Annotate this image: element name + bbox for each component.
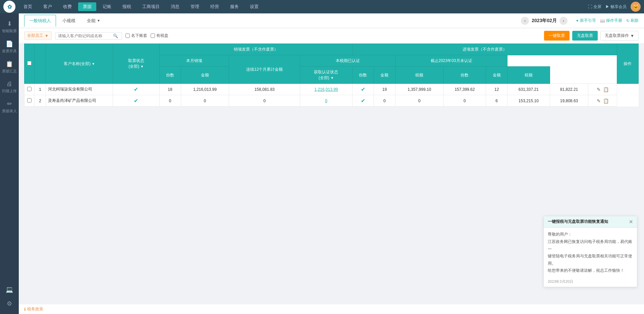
refresh-btn[interactable]: ↻ 刷新 [626, 18, 639, 23]
row1-cert-amount: 1,357,999.10 [395, 84, 443, 95]
row1-checkbox[interactable] [27, 87, 32, 91]
row2-company: 灵寿县尚泽矿产品有限公司 [46, 95, 113, 107]
sidebar-label-ticket-entry: 票据录入 [2, 109, 17, 114]
tab-all-label: 全能 [87, 18, 96, 24]
checkbox-has-tax-disk-label: 有税盘 [156, 33, 168, 39]
row2-cumulative-link[interactable]: 0 [325, 99, 327, 103]
row1-cert-status-icon: ✔ [361, 86, 365, 92]
settings-icon: ⚙ [7, 300, 12, 307]
row2-index: 2 [35, 95, 46, 107]
sidebar-label-invoice-open: 发票开具 [2, 49, 17, 54]
prev-period-btn[interactable]: ‹ [521, 17, 529, 25]
row2-edit-icon[interactable]: ✎ [597, 98, 601, 104]
one-key-fetch-btn[interactable]: 一键取票 [544, 31, 570, 41]
nav-right-actions: ⛶ 全屏 ▶ 畅享会员 🐱 [588, 2, 641, 12]
popup-line-0: 尊敬的用户： [548, 231, 633, 238]
member-btn[interactable]: ▶ 畅享会员 [605, 4, 627, 10]
row1-status-icon: ✔ [134, 86, 138, 92]
col-certified-header: 本税期已认证 [300, 55, 395, 67]
company-filter-icon[interactable]: ▼ [92, 62, 95, 66]
nav-menu: 首页 客户 收费 票据 记账 报税 工商项目 消息 管理 经营 服务 设置 [19, 2, 588, 11]
left-sidebar: ⬇ 智能取票 📄 发票开具 📋 票据汇总 🖨 扫描上传 ✏ 票据录入 💻 ⚙ [0, 13, 19, 314]
row2-cumulative: 0 [300, 95, 353, 107]
tab-small-scale[interactable]: 小规模 [57, 15, 80, 27]
staff-dropdown-icon: ▼ [45, 34, 49, 38]
no-disk-ops-dropdown-icon: ▼ [630, 34, 634, 38]
sidebar-item-ticket-entry[interactable]: ✏ 票据录入 [0, 97, 19, 117]
nav-home[interactable]: 首页 [19, 2, 37, 11]
next-period-btn[interactable]: › [559, 17, 568, 25]
sidebar-item-smart-fetch[interactable]: ⬇ 智能取票 [0, 17, 19, 37]
tab-general-taxpayer[interactable]: 一般纳税人 [24, 15, 56, 27]
manual-btn[interactable]: 📖 操作手册 [600, 18, 622, 23]
staff-selector[interactable]: 全部员工 ▼ [24, 32, 52, 40]
fullscreen-btn[interactable]: ⛶ 全屏 [588, 4, 601, 10]
nav-tickets[interactable]: 票据 [78, 2, 96, 11]
col-index-header [35, 44, 46, 84]
row2-cert-tax: 0 [443, 95, 486, 107]
row1-actions: ✎ 📋 [588, 84, 617, 95]
nav-bookkeeping[interactable]: 记账 [98, 2, 116, 11]
row1-cumulative-link[interactable]: 1,216,013.99 [314, 87, 338, 92]
popup-close-btn[interactable]: ✕ [629, 219, 633, 225]
nav-operations[interactable]: 经营 [206, 2, 224, 11]
checkbox-my-accounts[interactable]: 名下账套 [125, 33, 147, 39]
status-filter-icon[interactable]: ▼ [141, 65, 144, 68]
has-tax-disk-checkbox[interactable] [151, 34, 155, 38]
nav-business[interactable]: 工商项目 [138, 2, 164, 11]
action-buttons: 一键取票 无盘取票 无盘取票操作 ▼ [544, 31, 639, 41]
no-disk-ops-btn[interactable]: 无盘取票操作 ▼ [600, 31, 639, 41]
user-avatar[interactable]: 🐱 [631, 2, 641, 12]
row1-view-icon[interactable]: 📋 [603, 87, 609, 92]
tax-policy-link[interactable]: 税务政策 [27, 306, 43, 312]
ticket-summary-icon: 📋 [6, 60, 13, 68]
row1-status: ✔ [113, 84, 159, 95]
row2-checkbox[interactable] [27, 98, 32, 103]
sidebar-item-computer[interactable]: 💻 [0, 282, 19, 297]
popup-line-3: 用。 [548, 260, 633, 267]
popup-title: 一键报税与无盘取票功能恢复通知 [548, 219, 608, 225]
nav-billing[interactable]: 收费 [58, 2, 76, 11]
row2-sales-count: 0 [159, 95, 181, 107]
col-sales-amount: 金额 [181, 67, 229, 84]
col-uncert-tax: 税额 [507, 67, 550, 84]
nav-messages[interactable]: 消息 [166, 2, 184, 11]
sidebar-item-settings[interactable]: ⚙ [0, 297, 19, 311]
row1-sales-count: 18 [159, 84, 181, 95]
nav-clients[interactable]: 客户 [39, 2, 57, 11]
no-disk-ops-label: 无盘取票操作 [605, 33, 629, 39]
top-navigation: ✿ 首页 客户 收费 票据 记账 报税 工商项目 消息 管理 经营 服务 设置 … [0, 0, 644, 13]
row1-sales-amount: 1,216,013.99 [181, 84, 229, 95]
my-accounts-checkbox[interactable] [125, 34, 130, 38]
row2-cert-status: ✔ [352, 95, 374, 107]
popup-line-2: 键登陆电子税务局与无盘取票相关功能可正常使 [548, 253, 633, 260]
row1-edit-icon[interactable]: ✎ [597, 87, 601, 92]
row1-sales-tax: 158,081.83 [229, 84, 300, 95]
sidebar-item-invoice-open[interactable]: 📄 发票开具 [0, 37, 19, 57]
cert-filter-icon[interactable]: ▼ [330, 76, 334, 80]
row2-uncert-amount: 153,215.10 [507, 95, 550, 107]
row2-status-icon: ✔ [134, 98, 138, 104]
search-input[interactable] [58, 34, 112, 38]
staff-selector-label: 全部员工 [27, 33, 43, 39]
beginner-guide-btn[interactable]: ✦ 新手引导 [576, 18, 596, 23]
no-disk-fetch-btn[interactable]: 无盘取票 [572, 31, 598, 41]
sidebar-item-scan-upload[interactable]: 🖨 扫描上传 [0, 77, 19, 97]
nav-settings[interactable]: 设置 [245, 2, 263, 11]
row1-cert-tax: 157,399.62 [443, 84, 486, 95]
checkbox-my-accounts-label: 名下账套 [131, 33, 147, 39]
popup-line-1: 江苏政务网已恢复访问电子税务局功能，易代账一 [548, 238, 633, 253]
nav-services[interactable]: 服务 [225, 2, 244, 11]
sidebar-item-ticket-summary[interactable]: 📋 票据汇总 [0, 57, 19, 77]
checkbox-has-tax-disk[interactable]: 有税盘 [151, 33, 168, 39]
row1-uncert-count: 12 [486, 84, 507, 95]
tab-all-dropdown-icon[interactable]: ▼ [97, 19, 100, 22]
smart-fetch-icon: ⬇ [7, 20, 12, 27]
tab-all[interactable]: 全能 ▼ [82, 15, 105, 27]
nav-management[interactable]: 管理 [186, 2, 204, 11]
sidebar-label-scan-upload: 扫描上传 [2, 88, 17, 93]
row2-view-icon[interactable]: 📋 [603, 98, 609, 104]
nav-tax[interactable]: 报税 [118, 2, 136, 11]
select-all-checkbox[interactable] [27, 61, 32, 65]
sidebar-bottom-actions: 💻 ⚙ [0, 282, 19, 314]
